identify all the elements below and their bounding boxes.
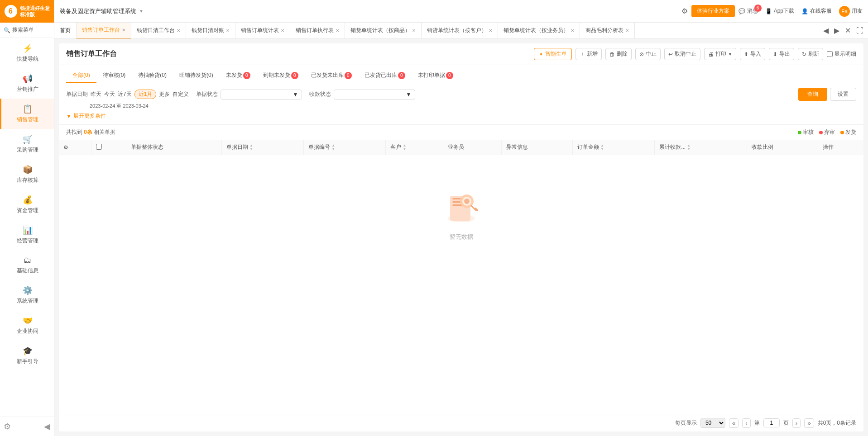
stop-button[interactable]: ⊘ 中止 [635,48,661,60]
col-number[interactable]: 单据编号 ▲▼ [304,140,386,155]
messages-button[interactable]: 💬 消息 6 [739,7,758,15]
col-setting-icon[interactable]: ⚙ [63,144,68,151]
tab-ship-customer[interactable]: 销货单统计表（按客户） ✕ [422,23,498,39]
ship-action[interactable]: 发货 [840,128,856,136]
filter-payment-select[interactable]: ▼ [334,90,415,100]
search-menu[interactable]: 🔍 搜索菜单 [0,23,54,38]
unreview-action[interactable]: 弃审 [819,128,835,136]
sidebar-item-inventory[interactable]: 📦 库存核算 [0,159,54,190]
filter-status-select[interactable]: ▼ [221,90,302,100]
tab-scroll-right-icon[interactable]: ▶ [832,26,841,35]
date-1month[interactable]: 近1月 [134,90,157,99]
sidebar-item-marketing[interactable]: 📢 营销推广 [0,68,54,99]
tab-close-icon[interactable]: ✕ [122,28,125,33]
col-customer[interactable]: 客户 ▲▼ [386,140,443,155]
tab-close-icon[interactable]: ✕ [489,28,492,33]
sidebar-item-enterprise[interactable]: 🤝 企业协同 [0,310,54,341]
sidebar-item-system[interactable]: ⚙️ 系统管理 [0,280,54,310]
add-button[interactable]: ＋ 新增 [575,48,602,60]
tab-cash-daily[interactable]: 钱货日清工作台 ✕ [131,23,186,39]
filter-date-item: 单据日期 昨天 今天 近7天 近1月 更多 自定义 [66,90,189,99]
tab-home[interactable]: 首页 [54,23,77,39]
print-button[interactable]: 🖨 打印 ▼ [704,48,736,60]
collapse-icon[interactable]: ◀ [44,422,50,431]
sub-tab-pending-review[interactable]: 待审核(0) [96,69,132,83]
refresh-button[interactable]: ↻ 刷新 [798,48,823,60]
online-service-button[interactable]: 👤 在线客服 [801,7,832,15]
col-amount[interactable]: 订单金额 ▲▼ [572,140,654,155]
tab-maximize-icon[interactable]: ⛶ [854,27,865,35]
first-page-button[interactable]: « [729,418,739,428]
system-icon: ⚙️ [23,285,33,295]
sidebar-item-guide[interactable]: 🎓 新手引导 [0,341,54,371]
tab-close-icon[interactable]: ✕ [226,28,230,33]
next-page-button[interactable]: › [792,418,801,428]
date-today[interactable]: 今天 [104,90,115,98]
per-page-select[interactable]: 50 10 20 100 [700,418,725,428]
sub-tab-shipped-not-out[interactable]: 已发货未出库0 [305,69,358,83]
date-more[interactable]: 更多 [159,90,170,98]
sidebar-item-finance[interactable]: 💰 资金管理 [0,190,54,220]
sort-amount[interactable]: 订单金额 ▲▼ [577,143,650,151]
sidebar-item-basic[interactable]: 🗂 基础信息 [0,250,54,280]
sub-tab-not-printed[interactable]: 未打印单据0 [412,69,460,83]
sort-arrows-number: ▲▼ [331,144,335,151]
sidebar-item-purchase[interactable]: 🛒 采购管理 [0,129,54,159]
tab-close-all-icon[interactable]: ✕ [843,26,853,35]
query-button[interactable]: 查询 [798,88,827,101]
col-date[interactable]: 单据日期 ▲▼ [221,140,303,155]
cancel-stop-button[interactable]: ↩ 取消中止 [664,48,700,60]
tab-ship-salesman[interactable]: 销货单统计表（按业务员） ✕ [498,23,580,39]
export-button[interactable]: ⬇ 导出 [769,48,794,60]
tab-cash-reconcile[interactable]: 钱货日清对账 ✕ [186,23,235,39]
tab-close-icon[interactable]: ✕ [336,28,339,33]
tab-close-icon[interactable]: ✕ [281,28,284,33]
user-menu-button[interactable]: Ea 用友 [839,6,863,17]
sidebar-item-quick-nav[interactable]: ⚡ 快捷导航 [0,38,54,68]
import-button[interactable]: ⬆ 导入 [740,48,765,60]
sidebar-item-sales[interactable]: 📋 销售管理 [0,99,54,129]
date-7days[interactable]: 近7天 [118,90,132,98]
detail-checkbox[interactable] [827,51,833,57]
tab-close-icon[interactable]: ✕ [571,28,574,33]
sub-tab-wangpu[interactable]: 旺铺待发货(0) [173,69,220,83]
settings-icon[interactable]: ⚙ [4,422,11,431]
header-settings-icon[interactable]: ⚙ [681,7,688,15]
tab-ship-product[interactable]: 销货单统计表（按商品） ✕ [345,23,422,39]
tab-close-icon[interactable]: ✕ [177,28,180,33]
date-custom[interactable]: 自定义 [173,90,189,98]
sidebar-item-operation[interactable]: 📊 经营管理 [0,220,54,250]
sort-number[interactable]: 单据编号 ▲▼ [308,143,381,151]
col-exception: 异常信息 [502,140,572,155]
sub-tab-shipped-out[interactable]: 已发货已出库0 [358,69,412,83]
sub-tab-not-shipped[interactable]: 未发货0 [220,69,257,83]
sub-tab-overdue[interactable]: 到期未发货0 [257,69,305,83]
col-received[interactable]: 累计收款... ▲▼ [655,140,747,155]
tab-close-icon[interactable]: ✕ [625,28,629,33]
tab-sales-stats[interactable]: 销售订单统计表 ✕ [235,23,290,39]
last-page-button[interactable]: » [804,418,814,428]
set-button[interactable]: 设置 [830,88,856,101]
tab-sales-exec[interactable]: 销售订单执行表 ✕ [290,23,345,39]
detail-checkbox-label[interactable]: 显示明细 [827,50,856,58]
tab-margin[interactable]: 商品毛利分析表 ✕ [580,23,635,39]
tab-close-icon[interactable]: ✕ [412,28,416,33]
page-number-input[interactable] [763,418,780,427]
select-all-checkbox[interactable] [96,144,102,150]
tab-sales-order-workbench[interactable]: 销售订单工作台 ✕ [77,23,131,39]
sort-customer[interactable]: 客户 ▲▼ [390,143,438,151]
delete-button[interactable]: 🗑 删除 [605,48,632,60]
smart-generate-button[interactable]: ✦ 智能生单 [534,48,572,60]
prev-page-button[interactable]: ‹ [742,418,750,428]
expand-conditions-button[interactable]: ▼ 展开更多条件 [66,112,856,120]
system-title-text: 装备及固定资产辅助管理系统 [60,7,136,15]
industry-solution-button[interactable]: 体验行业方案 [691,5,735,17]
sort-date[interactable]: 单据日期 ▲▼ [226,143,299,151]
app-download-button[interactable]: 📱 App下载 [765,7,794,15]
date-yesterday[interactable]: 昨天 [91,90,101,98]
sub-tab-all[interactable]: 全部(0) [66,69,96,83]
sort-received[interactable]: 累计收款... ▲▼ [659,143,742,151]
tab-scroll-left-icon[interactable]: ◀ [821,26,830,35]
sub-tab-pending-inspect[interactable]: 待抽验货(0) [132,69,173,83]
review-action[interactable]: 审核 [798,128,814,136]
